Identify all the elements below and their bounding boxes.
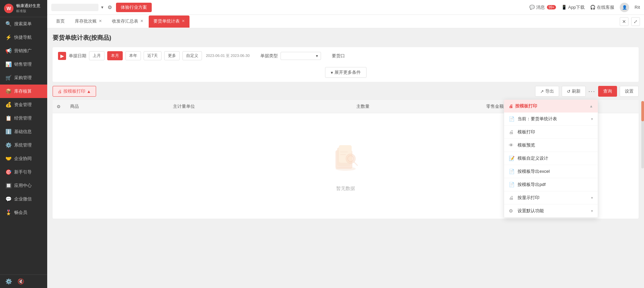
- sidebar-item-purchase[interactable]: 🛒采购管理: [0, 71, 47, 85]
- sidebar-item-marketing[interactable]: 📢营销推广: [0, 44, 47, 58]
- display-print-item[interactable]: 🖨 按显示打印 ▾: [504, 191, 598, 204]
- sidebar-item-operation[interactable]: 📋经营管理: [0, 111, 47, 125]
- current-template-icon: 📄: [509, 116, 514, 122]
- sidebar-label-search: 搜索菜单: [14, 21, 32, 27]
- template-print-item[interactable]: 🖨 模板打印: [504, 126, 598, 139]
- user-avatar[interactable]: 👤: [620, 3, 629, 12]
- tab-minimize-btn[interactable]: ✕: [620, 17, 628, 26]
- sidebar-icon-sales: 📊: [5, 61, 11, 67]
- template-excel-label: 按模板导出excel: [518, 168, 550, 174]
- template-pdf-label: 按模板导出pdf: [518, 182, 546, 188]
- print-dropdown-header: 🖨 按模板打印 ▲: [504, 100, 598, 113]
- sidebar-item-enterprise[interactable]: 🤝企业协同: [0, 152, 47, 165]
- sidebar-nav: 🔍搜索菜单⚡快捷导航📢营销推广📊销售管理🛒采购管理📦库存核算💰资金管理📋经营管理…: [0, 17, 47, 275]
- export-button[interactable]: ↗ 导出: [535, 86, 559, 97]
- sidebar-item-inventory[interactable]: 📦库存核算: [0, 85, 47, 98]
- date-prev-month[interactable]: 上月: [89, 51, 105, 60]
- tabs-right-controls: ✕ ⤢: [620, 17, 640, 26]
- settings-button[interactable]: 设置: [620, 86, 639, 97]
- mute-icon[interactable]: 🔇: [18, 278, 24, 285]
- current-template-item[interactable]: 📄 当前：要货单统计表 ▾: [504, 113, 598, 126]
- sidebar-label-operation: 经营管理: [14, 115, 32, 121]
- user-name[interactable]: Rit: [635, 5, 640, 10]
- print-template-button[interactable]: 🖨 按模板打印 ▲: [53, 86, 96, 97]
- expand-more-btn[interactable]: ▾ 展开更多条件: [325, 67, 367, 78]
- set-default-label: 设置默认功能: [518, 208, 544, 214]
- svg-line-6: [354, 162, 357, 165]
- set-default-chevron: ▾: [591, 209, 593, 213]
- sidebar-icon-inventory: 📦: [5, 88, 11, 94]
- tab-home[interactable]: 首页: [51, 15, 69, 28]
- sidebar-item-finance[interactable]: 💰资金管理: [0, 98, 47, 111]
- sidebar-item-search[interactable]: 🔍搜索菜单: [0, 17, 47, 31]
- query-button[interactable]: 查询: [598, 86, 617, 97]
- online-service-item[interactable]: 🎧 在线客服: [590, 4, 614, 10]
- settings-icon[interactable]: ⚙️: [5, 278, 12, 285]
- template-design-item[interactable]: 📝 模板自定义设计: [504, 152, 598, 165]
- tab-batch-close[interactable]: ✕: [99, 19, 102, 23]
- sidebar-item-system[interactable]: ⚙️系统管理: [0, 138, 47, 152]
- sidebar-item-sales[interactable]: 📊销售管理: [0, 58, 47, 71]
- print-header-chevron-up[interactable]: ▲: [589, 104, 593, 108]
- right-scrollbar[interactable]: [641, 101, 644, 168]
- sidebar-label-sales: 销售管理: [14, 61, 32, 67]
- sidebar-label-appstore: 应用中心: [14, 183, 32, 189]
- search-input[interactable]: [51, 4, 98, 11]
- tab-batch[interactable]: 库存批次账 ✕: [70, 15, 107, 28]
- app-logo: W 畅康通好生意 标准版: [0, 0, 47, 17]
- date-label: 单据日期: [69, 53, 86, 59]
- sidebar-icon-system: ⚙️: [5, 142, 11, 148]
- tab-maximize-btn[interactable]: ⤢: [631, 17, 640, 26]
- tab-order-stat-label: 要货单统计表: [153, 18, 180, 24]
- sidebar-icon-guide: 🎯: [5, 169, 11, 175]
- sidebar-item-shortcut[interactable]: ⚡快捷导航: [0, 31, 47, 44]
- filter-expand-icon[interactable]: ▶: [58, 52, 66, 60]
- sidebar-item-wechat[interactable]: 💬企业微信: [0, 192, 47, 206]
- expand-more-label: 展开更多条件: [334, 69, 361, 75]
- logo-badge: 标准版: [16, 9, 40, 13]
- template-pdf-item[interactable]: 📄 按模板导出pdf: [504, 178, 598, 191]
- tab-order-stat-close[interactable]: ✕: [182, 19, 185, 23]
- topbar: ▾ ⚙ 体验行业方案 💬 消息 99+ 📱 App下载 🎧 在线客服 👤 Rit: [47, 0, 644, 15]
- date-curr-month[interactable]: 本月: [107, 51, 123, 60]
- topbar-dropdown[interactable]: ▾: [101, 5, 104, 10]
- more-options-icon[interactable]: ···: [588, 88, 595, 95]
- main-area: ▾ ⚙ 体验行业方案 💬 消息 99+ 📱 App下载 🎧 在线客服 👤 Rit: [47, 0, 644, 288]
- sidebar-icon-appstore: 🔲: [5, 183, 11, 189]
- date-custom[interactable]: 自定义: [182, 51, 202, 60]
- print-dropdown: 🖨 按模板打印 ▲ 📄 当前：要货单统计表 ▾ 🖨 模板打印: [504, 99, 598, 218]
- tab-batch-label: 库存批次账: [75, 18, 97, 24]
- app-download-item[interactable]: 📱 App下载: [561, 4, 585, 10]
- template-pdf-icon: 📄: [509, 182, 514, 187]
- sidebar: W 畅康通好生意 标准版 🔍搜索菜单⚡快捷导航📢营销推广📊销售管理🛒采购管理📦库…: [0, 0, 47, 288]
- sidebar-label-guide: 新手引导: [14, 169, 32, 175]
- sidebar-item-member[interactable]: 🎖️畅会员: [0, 206, 47, 219]
- sidebar-icon-operation: 📋: [5, 115, 11, 121]
- refresh-button[interactable]: ↺ 刷新: [562, 86, 586, 97]
- sidebar-icon-finance: 💰: [5, 102, 11, 108]
- date-7days[interactable]: 近7天: [144, 51, 162, 60]
- template-excel-item[interactable]: 📄 按模板导出excel: [504, 165, 598, 178]
- sidebar-item-basic[interactable]: ℹ️基础信息: [0, 125, 47, 138]
- sidebar-item-guide[interactable]: 🎯新手引导: [0, 165, 47, 179]
- notification-badge: 99+: [547, 5, 556, 9]
- template-preview-item[interactable]: 👁 模板预览: [504, 139, 598, 152]
- download-icon: 📱: [561, 5, 567, 10]
- sidebar-icon-basic: ℹ️: [5, 129, 11, 135]
- industry-button[interactable]: 体验行业方案: [116, 3, 152, 12]
- table-gear-icon[interactable]: ⚙: [57, 104, 61, 109]
- notifications-item[interactable]: 💬 消息 99+: [529, 4, 556, 10]
- type-select[interactable]: ▾: [281, 52, 321, 60]
- tab-collection[interactable]: 收发存汇总表 ✕: [107, 15, 148, 28]
- set-default-item[interactable]: ⚙ 设置默认功能 ▾: [504, 204, 598, 218]
- sidebar-label-system: 系统管理: [14, 142, 32, 148]
- topbar-gear-icon[interactable]: ⚙: [108, 4, 112, 10]
- date-curr-year[interactable]: 本年: [125, 51, 141, 60]
- sidebar-icon-purchase: 🛒: [5, 75, 11, 81]
- tab-collection-close[interactable]: ✕: [140, 19, 143, 23]
- tab-order-stat[interactable]: 要货单统计表 ✕: [149, 15, 189, 28]
- order-type-label: 要货口: [332, 53, 345, 59]
- sidebar-item-appstore[interactable]: 🔲应用中心: [0, 179, 47, 192]
- date-more[interactable]: 更多: [164, 51, 180, 60]
- toolbar-right: ↗ 导出 ↺ 刷新 ··· 查询 设置: [535, 86, 639, 97]
